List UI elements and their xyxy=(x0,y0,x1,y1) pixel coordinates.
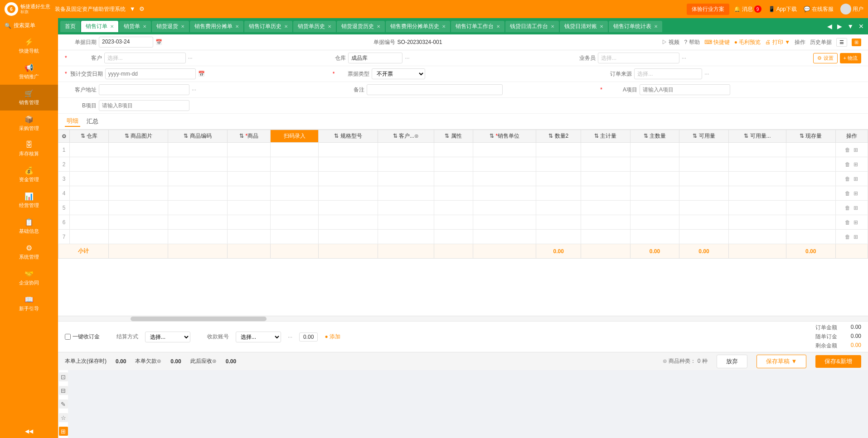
tab-close-sales-order[interactable]: ✕ xyxy=(110,24,114,29)
row-5-delete-icon[interactable]: 🗑 xyxy=(845,205,850,211)
row-4-scan[interactable] xyxy=(271,186,319,201)
sidebar-item-inventory[interactable]: 🗄 库存核算 xyxy=(0,136,58,162)
tab-nav-menu[interactable]: ▼ xyxy=(845,22,855,31)
row-3-delete-icon[interactable]: 🗑 xyxy=(845,176,850,182)
row-2-available[interactable] xyxy=(679,157,729,172)
abandon-button[interactable]: 放弃 xyxy=(717,355,747,368)
row-5-copy-icon[interactable]: ⊞ xyxy=(853,205,858,211)
row-6-action[interactable]: 🗑 ⊞ xyxy=(835,215,868,230)
side-icon-1[interactable]: ⊡ xyxy=(59,372,68,381)
one-click-checkbox[interactable] xyxy=(65,334,71,340)
warehouse-dots[interactable]: ··· xyxy=(405,55,409,61)
row-2-qty2[interactable] xyxy=(536,157,581,172)
scroll-bar[interactable] xyxy=(58,316,868,321)
row-7-delete-icon[interactable]: 🗑 xyxy=(845,234,850,240)
row-1-action[interactable]: 🗑 ⊞ xyxy=(835,143,868,157)
row-1-main-unit[interactable] xyxy=(581,143,630,157)
view-btn[interactable]: ▷ 视频 xyxy=(662,39,679,46)
row-5-product[interactable] xyxy=(228,201,271,215)
row-5-main-unit[interactable] xyxy=(581,201,630,215)
row-2-warehouse[interactable] xyxy=(70,157,109,172)
staff-dots[interactable]: ··· xyxy=(682,55,686,61)
row-6-available[interactable] xyxy=(679,215,729,230)
add-material-btn[interactable]: + 物流 xyxy=(840,53,861,63)
row-4-action[interactable]: 🗑 ⊞ xyxy=(835,186,868,201)
row-5-stock[interactable] xyxy=(786,201,835,215)
row-1-code[interactable] xyxy=(168,143,228,157)
row-3-unit[interactable] xyxy=(473,172,536,186)
sort-icon[interactable]: ⇅ xyxy=(81,133,85,139)
tab-close-sales-expense[interactable]: ✕ xyxy=(235,24,239,29)
row-2-action[interactable]: 🗑 ⊞ xyxy=(835,157,868,172)
row-1-product[interactable] xyxy=(228,143,271,157)
row-6-unit[interactable] xyxy=(473,215,536,230)
row-4-main-qty[interactable] xyxy=(630,186,679,201)
row-2-spec[interactable] xyxy=(319,157,378,172)
row-3-scan[interactable] xyxy=(271,172,319,186)
sidebar-item-cooperation[interactable]: 🤝 企业协同 xyxy=(0,265,58,291)
row-7-stock[interactable] xyxy=(786,230,835,244)
row-2-unit[interactable] xyxy=(473,157,536,172)
invoice-select[interactable]: 不开票 增值税普通发票 增值税专用发票 xyxy=(372,68,425,79)
tab-sales-return[interactable]: 销货退货 ✕ xyxy=(152,21,189,32)
tab-close-expense-history[interactable]: ✕ xyxy=(442,24,446,29)
address-input[interactable] xyxy=(99,84,189,95)
row-7-available[interactable] xyxy=(679,230,729,244)
row-7-image[interactable] xyxy=(109,230,168,244)
tab-summary[interactable]: 汇总 xyxy=(85,116,100,126)
tab-close-order-history[interactable]: ✕ xyxy=(284,24,288,29)
row-1-attribute[interactable] xyxy=(434,143,473,157)
sidebar-item-operations[interactable]: 📊 经营管理 xyxy=(0,188,58,213)
tab-order-stats[interactable]: 销售订单统计表 ✕ xyxy=(609,21,662,32)
row-5-attribute[interactable] xyxy=(434,201,473,215)
tab-close-sales-return[interactable]: ✕ xyxy=(181,24,184,29)
sidebar-item-system[interactable]: ⚙ 系统管理 xyxy=(0,239,58,265)
sort-icon11[interactable]: ⇅ xyxy=(644,133,648,139)
row-1-available2[interactable] xyxy=(728,143,786,157)
scroll-thumb[interactable] xyxy=(131,317,267,321)
row-3-action[interactable]: 🗑 ⊞ xyxy=(835,172,868,186)
staff-input[interactable]: 选择... xyxy=(598,53,679,63)
sort-icon5[interactable]: ⇅ xyxy=(334,133,339,139)
setting-btn[interactable]: ⚙ 设置 xyxy=(813,53,837,63)
layout-btn2[interactable]: ⊞ xyxy=(852,39,861,46)
row-2-main-unit[interactable] xyxy=(581,157,630,172)
row-6-available2[interactable] xyxy=(728,215,786,230)
row-6-product[interactable] xyxy=(228,215,271,230)
row-5-code[interactable] xyxy=(168,201,228,215)
row-6-image[interactable] xyxy=(109,215,168,230)
row-1-image[interactable] xyxy=(109,143,168,157)
print-btn[interactable]: 🖨 打印 ▼ xyxy=(765,39,790,46)
row-5-unit[interactable] xyxy=(473,201,536,215)
sort-icon12[interactable]: ⇅ xyxy=(693,133,697,139)
sidebar-item-purchase[interactable]: 📦 采购管理 xyxy=(0,111,58,136)
row-5-scan[interactable] xyxy=(271,201,319,215)
row-5-customer-code[interactable] xyxy=(378,201,434,215)
row-2-attribute[interactable] xyxy=(434,157,473,172)
tab-order-workbench[interactable]: 销售订单工作台 ✕ xyxy=(451,21,504,32)
tab-expense-history[interactable]: 销售费用分摊单历史 ✕ xyxy=(386,21,450,32)
row-6-copy-icon[interactable]: ⊞ xyxy=(853,219,858,226)
operation-btn[interactable]: 操作 xyxy=(795,39,805,46)
row-7-scan[interactable] xyxy=(271,230,319,244)
row-5-action[interactable]: 🗑 ⊞ xyxy=(835,201,868,215)
calendar-icon[interactable]: 📅 xyxy=(198,71,205,77)
row-1-warehouse[interactable] xyxy=(70,143,109,157)
sort-icon3[interactable]: ⇅ xyxy=(184,133,188,139)
row-2-stock[interactable] xyxy=(786,157,835,172)
row-6-scan[interactable] xyxy=(271,215,319,230)
row-1-stock[interactable] xyxy=(786,143,835,157)
sidebar-item-search[interactable]: 🔍 搜索菜单 xyxy=(0,18,58,33)
row-7-main-qty[interactable] xyxy=(630,230,679,244)
row-1-available[interactable] xyxy=(679,143,729,157)
tab-close-money-daily[interactable]: ✕ xyxy=(551,24,554,29)
tab-close-order-stats[interactable]: ✕ xyxy=(654,24,658,29)
sidebar-item-quicknav[interactable]: ⚡ 快捷导航 xyxy=(0,33,58,59)
tab-home[interactable]: 首页 xyxy=(60,21,80,32)
row-6-code[interactable] xyxy=(168,215,228,230)
delivery-input[interactable] xyxy=(105,68,196,79)
row-7-warehouse[interactable] xyxy=(70,230,109,244)
row-4-unit[interactable] xyxy=(473,186,536,201)
one-click-checkbox-label[interactable]: 一键收订金 xyxy=(65,333,100,341)
remark-input[interactable] xyxy=(367,84,503,95)
